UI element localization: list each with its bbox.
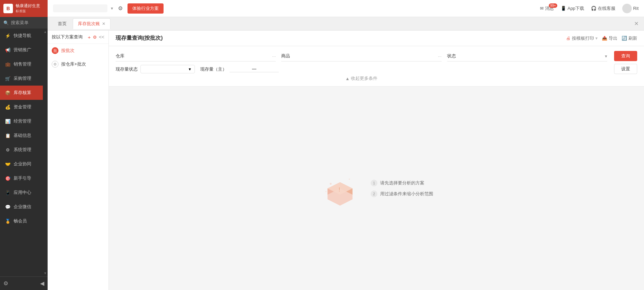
tab-close-btn[interactable]: ✕	[102, 21, 105, 26]
sidebar-scroll-down[interactable]: ▼	[44, 271, 47, 275]
qty-max-input[interactable]	[258, 66, 279, 71]
user-avatar-item[interactable]: Rit	[622, 4, 639, 13]
scheme-item-by-warehouse-batch[interactable]: ⚙ 按仓库+批次	[48, 57, 108, 71]
filter-buttons: 查询 设置	[614, 51, 637, 74]
sidebar-item-enterprise[interactable]: 🤝 企业协同	[0, 157, 43, 171]
sidebar-item-sales[interactable]: 💼 销售管理	[0, 57, 43, 71]
tip2-num: 2	[371, 191, 377, 197]
online-service-item[interactable]: 🎧 在线客服	[591, 5, 615, 12]
scheme-add-btn[interactable]: +	[88, 34, 91, 40]
experience-btn[interactable]: 体验行业方案	[128, 3, 164, 14]
tip1-num: 1	[371, 180, 377, 186]
tab-home-label: 首页	[58, 21, 67, 27]
export-icon: 📤	[602, 36, 607, 41]
enterprise-icon: 🤝	[5, 161, 11, 167]
stock-status-filter: 现存量状态 ▾	[116, 65, 195, 73]
scheme-header-label: 按以下方案查询	[52, 34, 83, 40]
sidebar-item-purchase[interactable]: 🛒 采购管理	[0, 71, 43, 86]
page-title-actions: 🖨 按模板打印 ▾ 📤 导出 🔄 刷新	[566, 35, 637, 41]
topbar: ▾ ⚙ 体验行业方案 ✉ 消息 99+ 📱 App下载 🎧 在线客服 Rit	[48, 0, 644, 17]
main-area: ▾ ⚙ 体验行业方案 ✉ 消息 99+ 📱 App下载 🎧 在线客服 Rit	[48, 0, 644, 290]
stock-status-chevron-icon: ▾	[189, 67, 191, 72]
status-label: 状态	[447, 53, 456, 59]
marketing-icon: 📢	[5, 47, 11, 53]
avatar	[622, 4, 632, 13]
scheme-item-by-batch[interactable]: 批 按批次	[48, 44, 108, 57]
sidebar-item-app-center[interactable]: 📱 应用中心	[0, 185, 43, 200]
sidebar-item-member-label: 畅会员	[14, 218, 27, 224]
empty-tips: 1 请先选择要分析的方案 2 用过滤条件来缩小分析范围	[371, 180, 433, 197]
sidebar-header: B 畅康通好生意 标准版	[0, 0, 48, 17]
print-chevron-icon: ▾	[595, 36, 598, 41]
goods-label: 商品	[281, 53, 290, 59]
tab-panel-close-btn[interactable]: ✕	[634, 20, 639, 27]
scheme-header-icons: + ⚙ <<	[88, 34, 104, 40]
tab-home[interactable]: 首页	[53, 18, 71, 29]
goods-more-icon[interactable]: ···	[438, 54, 442, 59]
stock-status-label: 现存量状态	[116, 66, 138, 72]
sidebar-scroll-up[interactable]: ▲	[44, 30, 47, 34]
warehouse-more-icon[interactable]: ···	[272, 54, 276, 59]
tab-batch-account[interactable]: 库存批次账 ✕	[73, 18, 111, 29]
topbar-search-box[interactable]	[53, 4, 107, 12]
refresh-btn[interactable]: 🔄 刷新	[622, 35, 637, 41]
sidebar-item-sales-label: 销售管理	[14, 61, 31, 67]
settings-btn[interactable]: 设置	[614, 64, 637, 74]
sidebar-item-wechat[interactable]: 💬 企业微信	[0, 200, 43, 214]
scheme-item-by-warehouse-batch-label: 按仓库+批次	[61, 61, 86, 67]
scheme-inactive-icon: ⚙	[52, 61, 58, 68]
topbar-chevron-icon[interactable]: ▾	[111, 6, 113, 11]
sidebar-item-marketing[interactable]: 📢 营销推广	[0, 43, 43, 57]
scheme-collapse-btn[interactable]: <<	[99, 34, 104, 40]
purchase-icon: 🛒	[5, 75, 11, 81]
topbar-gear-icon[interactable]: ⚙	[118, 5, 123, 12]
page-title-bar: 现存量查询(按批次) 🖨 按模板打印 ▾ 📤 导出 🔄 刷新	[109, 31, 644, 46]
qty-min-input[interactable]	[230, 66, 250, 71]
query-btn[interactable]: 查询	[614, 51, 637, 61]
sidebar-item-finance[interactable]: 💰 资金管理	[0, 100, 43, 114]
collapse-more-btn[interactable]: ▲ 收起更多条件	[116, 73, 607, 81]
sidebar-item-basic[interactable]: 📋 基础信息	[0, 128, 43, 143]
basic-icon: 📋	[5, 132, 11, 139]
refresh-icon: 🔄	[622, 36, 627, 41]
sidebar-settings-icon[interactable]: ⚙	[3, 280, 8, 287]
topbar-right: ✉ 消息 99+ 📱 App下载 🎧 在线客服 Rit	[540, 4, 639, 13]
sidebar-collapse-icon[interactable]: ◀	[40, 280, 44, 287]
scheme-item-by-batch-label: 按批次	[61, 48, 74, 54]
stock-qty-label: 现存量（主）	[200, 66, 227, 72]
sidebar-item-marketing-label: 营销推广	[14, 47, 31, 53]
scheme-settings-btn[interactable]: ⚙	[93, 35, 97, 40]
message-item[interactable]: ✉ 消息 99+	[540, 5, 554, 12]
sidebar-bottom: ⚙ ◀	[0, 276, 48, 290]
page-title: 现存量查询(按批次)	[116, 35, 163, 42]
sidebar-item-operation[interactable]: 📊 经营管理	[0, 114, 43, 128]
search-menu-item[interactable]: 🔍 搜索菜单	[0, 17, 48, 29]
sidebar-item-member[interactable]: 🏅 畅会员	[0, 214, 43, 228]
scheme-header: 按以下方案查询 + ⚙ <<	[48, 31, 108, 44]
sidebar-item-newbie-label: 新手引导	[14, 175, 31, 181]
operation-icon: 📊	[5, 118, 11, 124]
print-icon: 🖨	[566, 36, 571, 41]
svg-point-7	[325, 191, 326, 192]
sidebar-item-inventory[interactable]: 📦 库存核算	[0, 86, 43, 100]
status-chevron-icon[interactable]: ▾	[605, 54, 607, 59]
message-icon: ✉	[540, 6, 544, 11]
stock-status-select[interactable]: ▾	[140, 65, 195, 73]
sidebar-item-system[interactable]: ⚙ 系统管理	[0, 143, 43, 157]
tip-item-1: 1 请先选择要分析的方案	[371, 180, 433, 186]
sidebar-item-quick-nav[interactable]: ⚡ 快捷导航	[0, 29, 43, 43]
system-icon: ⚙	[5, 147, 11, 153]
sidebar-item-enterprise-label: 企业协同	[14, 161, 31, 167]
tabbar: 首页 库存批次账 ✕ ✕	[48, 17, 644, 31]
export-btn[interactable]: 📤 导出	[602, 35, 617, 41]
sales-icon: 💼	[5, 61, 11, 67]
app-download-item[interactable]: 📱 App下载	[561, 5, 584, 12]
print-btn[interactable]: 🖨 按模板打印 ▾	[566, 35, 598, 41]
message-badge: 99+	[549, 3, 557, 8]
sidebar-item-basic-label: 基础信息	[14, 132, 31, 139]
sidebar-item-operation-label: 经营管理	[14, 118, 31, 124]
svg-point-5	[330, 183, 332, 185]
topbar-search-input[interactable]	[56, 6, 90, 11]
sidebar-item-newbie[interactable]: 🎯 新手引导	[0, 171, 43, 185]
filter-row2: 现存量状态 ▾ 现存量（主） —	[116, 65, 607, 73]
